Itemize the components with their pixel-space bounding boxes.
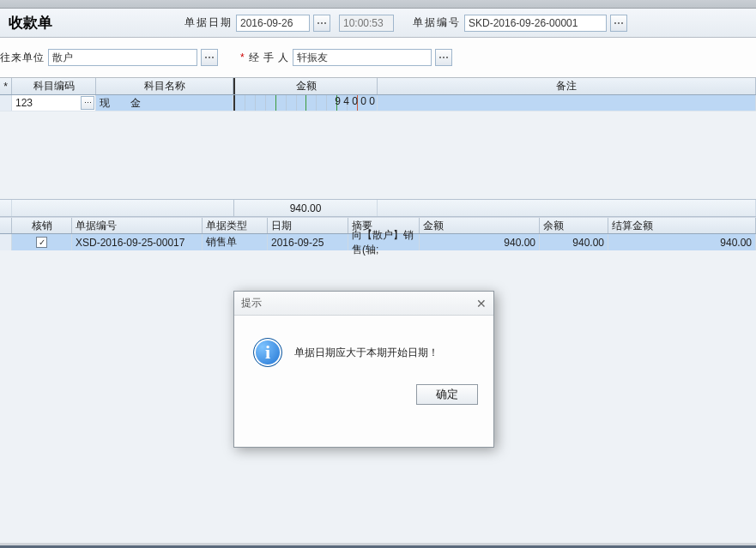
dialog-footer: 确定	[234, 384, 493, 419]
code-value: 123	[15, 97, 33, 109]
col2-balance[interactable]: 余额	[540, 218, 608, 233]
col-amount[interactable]: 金额	[233, 78, 378, 94]
date-input[interactable]: 2016-09-26	[236, 15, 310, 32]
col2-docno[interactable]: 单据编号	[72, 218, 203, 233]
code-cell[interactable]: 123 ⋯	[12, 95, 96, 111]
page-title: 收款单	[0, 13, 184, 33]
docno-lookup-button[interactable]: ⋯	[610, 15, 627, 32]
dialog-message: 单据日期应大于本期开始日期！	[294, 346, 438, 360]
col2-amount[interactable]: 金额	[420, 218, 540, 233]
detail-row[interactable]: ✓ XSD-2016-09-25-00017 销售单 2016-09-25 向【…	[0, 234, 756, 250]
doctype-cell: 销售单	[203, 234, 268, 250]
total-amount: 940.00	[233, 200, 378, 216]
col2-verify[interactable]: 核销	[12, 218, 72, 233]
col-remark[interactable]: 备注	[378, 78, 756, 94]
ledger-row[interactable]: 123 ⋯ 现 金 9 4 0 0 0	[0, 95, 756, 111]
date-field-group: 单据日期 2016-09-26 ⋯ 10:00:53 单据编号 SKD-2016…	[184, 15, 627, 32]
window-toolbar	[0, 0, 756, 9]
dialog-title: 提示	[241, 296, 262, 310]
party-input[interactable]: 散户	[48, 49, 197, 66]
col-name[interactable]: 科目名称	[96, 78, 233, 94]
header-bar: 收款单 单据日期 2016-09-26 ⋯ 10:00:53 单据编号 SKD-…	[0, 9, 756, 38]
operator-lookup-button[interactable]: ⋯	[435, 49, 452, 66]
time-input: 10:00:53	[339, 15, 394, 32]
col2-doctype[interactable]: 单据类型	[203, 218, 268, 233]
settle-cell[interactable]: 940.00	[608, 234, 756, 250]
form-row: 往来单位 散户 ⋯ * 经 手 人 轩振友 ⋯	[0, 38, 756, 78]
ledger-blank	[0, 111, 756, 199]
name-cell: 现 金	[96, 95, 233, 111]
date-label: 单据日期	[184, 15, 233, 30]
col2-marker	[0, 218, 12, 233]
balance-cell: 940.00	[540, 234, 608, 250]
verify-cell[interactable]: ✓	[12, 234, 72, 250]
ledger-total-row: 940.00	[0, 199, 756, 217]
alert-dialog: 提示 ✕ i 单据日期应大于本期开始日期！ 确定	[233, 291, 494, 448]
amount-digits: 9 4 0 0 0	[335, 95, 375, 107]
summary-cell: 向【散户】销售(轴;	[348, 234, 420, 250]
col-code[interactable]: 科目编码	[12, 78, 96, 94]
row2-marker	[0, 234, 12, 250]
amount2-cell: 940.00	[420, 234, 540, 250]
remark-cell[interactable]	[378, 95, 756, 111]
col2-date[interactable]: 日期	[268, 218, 348, 233]
verify-checkbox[interactable]: ✓	[36, 237, 47, 248]
date-picker-button[interactable]: ⋯	[313, 15, 330, 32]
date-cell: 2016-09-25	[268, 234, 348, 250]
docno-label: 单据编号	[413, 15, 461, 30]
code-lookup-button[interactable]: ⋯	[81, 96, 94, 110]
info-icon: i	[253, 338, 282, 367]
operator-input[interactable]: 轩振友	[293, 49, 432, 66]
dialog-titlebar[interactable]: 提示 ✕	[234, 292, 493, 316]
dialog-body: i 单据日期应大于本期开始日期！	[234, 316, 493, 384]
close-icon[interactable]: ✕	[476, 297, 487, 310]
operator-label: 经 手 人	[249, 51, 290, 65]
party-label: 往来单位	[0, 51, 45, 65]
col2-settle[interactable]: 结算金额	[608, 218, 756, 233]
operator-required-icon: *	[240, 51, 245, 63]
ok-button[interactable]: 确定	[416, 384, 478, 405]
amount-cell[interactable]: 9 4 0 0 0	[233, 95, 378, 111]
docno-cell: XSD-2016-09-25-00017	[72, 234, 203, 250]
ledger-grid-header: * 科目编码 科目名称 金额 备注	[0, 78, 756, 95]
row-marker-header: *	[0, 78, 12, 94]
party-lookup-button[interactable]: ⋯	[201, 49, 218, 66]
amount-tick-grid: 9 4 0 0 0	[235, 95, 377, 111]
row-marker	[0, 95, 12, 111]
docno-input[interactable]: SKD-2016-09-26-00001	[464, 15, 607, 32]
